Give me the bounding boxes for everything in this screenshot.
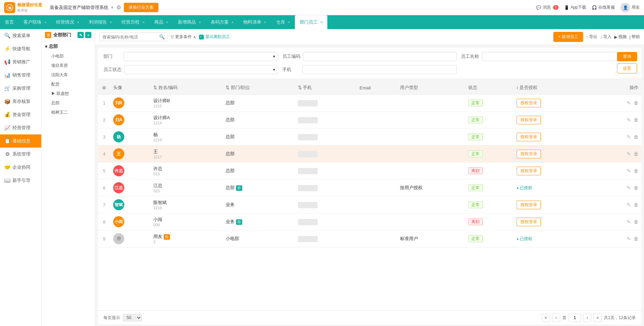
auth-btn[interactable]: 授权登录 bbox=[517, 99, 541, 107]
page-input[interactable] bbox=[569, 314, 581, 322]
dept-edit-btn[interactable]: ✎ bbox=[78, 32, 84, 38]
set-button[interactable]: 设置 bbox=[617, 63, 637, 73]
dept-item-peihuo[interactable]: 配货 bbox=[42, 80, 95, 89]
delete-icon[interactable]: 🗑 bbox=[634, 219, 638, 224]
dept-all-label[interactable]: 全部部门 bbox=[53, 32, 71, 38]
filter-dept-select[interactable]: ▾ bbox=[124, 52, 278, 61]
auth-btn[interactable]: 授权登录 bbox=[517, 116, 541, 124]
sidebar-item-finance[interactable]: 💰 资金管理 bbox=[0, 108, 41, 121]
tab-profit[interactable]: 利润报告 × bbox=[84, 15, 117, 29]
dept-item-xiaodibu[interactable]: 小电部 bbox=[42, 52, 95, 61]
dept-item-shenyang[interactable]: 沈阳大库 bbox=[42, 70, 95, 80]
delete-icon[interactable]: 🗑 bbox=[634, 236, 638, 241]
auth-btn[interactable]: 授权登录 bbox=[517, 218, 541, 226]
delete-icon[interactable]: 🗑 bbox=[634, 134, 638, 140]
dept-item-xiangmu[interactable]: 项目库房 bbox=[42, 61, 95, 70]
close-icon[interactable]: × bbox=[232, 20, 234, 24]
close-icon[interactable]: × bbox=[77, 20, 79, 24]
sidebar-item-sales[interactable]: 📊 销售管理 bbox=[0, 69, 41, 82]
delete-icon[interactable]: 🗑 bbox=[634, 168, 638, 174]
edit-icon[interactable]: ✎ bbox=[627, 100, 631, 106]
tab-goods[interactable]: 商品 × bbox=[149, 15, 173, 29]
sidebar-item-search[interactable]: 🔍 搜索菜单 bbox=[0, 29, 41, 42]
filter-name-input[interactable] bbox=[482, 52, 636, 61]
tab-operation[interactable]: 经营情况 × bbox=[51, 15, 84, 29]
next-page-btn[interactable]: › bbox=[583, 314, 591, 322]
dept-item-zongbu[interactable]: 总部 bbox=[42, 98, 95, 108]
online-service-btn[interactable]: 🎧 在线客服 bbox=[592, 5, 615, 10]
th-phone[interactable]: ⇅ 手机 bbox=[295, 81, 357, 95]
close-icon[interactable]: × bbox=[320, 20, 323, 24]
close-icon[interactable]: × bbox=[44, 20, 46, 24]
sidebar-item-purchase[interactable]: 🛒 采购管理 bbox=[0, 82, 41, 95]
tab-barcode[interactable]: 条码方案 × bbox=[206, 15, 238, 29]
app-download-btn[interactable]: 📱 App下载 bbox=[564, 5, 586, 10]
delete-icon[interactable]: 🗑 bbox=[634, 151, 638, 157]
close-icon[interactable]: × bbox=[264, 20, 266, 24]
per-page-select[interactable]: 50 100 bbox=[123, 314, 142, 321]
first-page-btn[interactable]: « bbox=[542, 314, 550, 322]
edit-icon[interactable]: ✎ bbox=[627, 134, 631, 140]
edit-icon[interactable]: ✎ bbox=[627, 117, 631, 123]
filter-code-input[interactable] bbox=[303, 52, 457, 61]
th-dept[interactable]: ⇅ 部门/职位 bbox=[223, 81, 295, 95]
edit-icon[interactable]: ✎ bbox=[627, 168, 631, 174]
show-leave-checkbox[interactable]: 显示离职员工 bbox=[199, 34, 230, 40]
prev-page-btn[interactable]: ‹ bbox=[552, 314, 560, 322]
trial-button[interactable]: 体验行业方案 bbox=[124, 3, 158, 12]
sidebar-item-collab[interactable]: 🤝 企业协同 bbox=[0, 161, 41, 174]
sidebar-item-basic[interactable]: 📋 基础信息 bbox=[0, 134, 41, 148]
auth-btn[interactable]: 授权登录 bbox=[517, 133, 541, 141]
delete-icon[interactable]: 🗑 bbox=[634, 100, 638, 106]
user-menu[interactable]: 👤 用友 bbox=[620, 3, 640, 12]
th-name[interactable]: ⇅ 姓名/编码 bbox=[151, 81, 223, 95]
th-settings[interactable]: ⚙ bbox=[98, 81, 110, 95]
dept-collapse-btn[interactable]: « bbox=[85, 32, 91, 38]
delete-icon[interactable]: 🗑 bbox=[634, 117, 638, 123]
tab-bom[interactable]: 物料清单 × bbox=[238, 15, 271, 29]
auth-btn[interactable]: 授权登录 bbox=[517, 150, 541, 158]
auth-btn[interactable]: 授权登录 bbox=[517, 201, 541, 209]
close-icon[interactable]: × bbox=[288, 20, 290, 24]
dept-item-shuangxu[interactable]: ▶ 双虚想 bbox=[42, 89, 95, 98]
delete-icon[interactable]: 🗑 bbox=[634, 202, 638, 208]
sidebar-item-marketing[interactable]: 📢 营销推广 bbox=[0, 55, 41, 69]
help-btn[interactable]: | 帮助 bbox=[629, 34, 640, 40]
message-btn[interactable]: 💬 消息 6 bbox=[536, 5, 559, 10]
filter-status-select[interactable]: ▾ bbox=[124, 65, 278, 74]
dept-parent-head[interactable]: ▾ 总部 bbox=[42, 41, 95, 52]
close-icon[interactable]: × bbox=[110, 20, 112, 24]
close-icon[interactable]: × bbox=[199, 20, 201, 24]
edit-icon[interactable]: ✎ bbox=[627, 151, 631, 157]
add-employee-button[interactable]: + 新增员工 bbox=[553, 32, 583, 42]
tab-journey[interactable]: 经营历程 × bbox=[117, 15, 149, 29]
view-btn[interactable]: ▶ 视频 bbox=[614, 34, 627, 40]
sidebar-item-system[interactable]: ⚙ 系统管理 bbox=[0, 148, 41, 161]
tab-department[interactable]: 部门员工 × bbox=[295, 15, 327, 29]
edit-icon[interactable]: ✎ bbox=[627, 202, 631, 208]
last-page-btn[interactable]: » bbox=[593, 314, 602, 322]
search-icon[interactable]: 🔍 bbox=[159, 34, 165, 39]
sidebar-item-mgmt[interactable]: 📈 经营管理 bbox=[0, 121, 41, 134]
tab-add-goods[interactable]: 新增商品 × bbox=[173, 15, 206, 29]
sidebar-item-quicknav[interactable]: ⚡ 快捷导航 bbox=[0, 42, 41, 55]
edit-icon[interactable]: ✎ bbox=[627, 185, 631, 191]
close-icon[interactable]: × bbox=[166, 20, 168, 24]
auth-btn[interactable]: 授权登录 bbox=[517, 167, 541, 175]
sidebar-item-guide[interactable]: 📖 新手引导 bbox=[0, 174, 41, 187]
import-btn[interactable]: ↓ 导入 bbox=[600, 34, 611, 40]
edit-icon[interactable]: ✎ bbox=[627, 236, 631, 241]
tab-customer[interactable]: 客户联络 × bbox=[19, 15, 51, 29]
close-icon[interactable]: × bbox=[142, 20, 144, 24]
filter-phone-input[interactable] bbox=[302, 65, 457, 74]
export-btn[interactable]: ↑ 导出 bbox=[586, 34, 597, 40]
settings-icon[interactable]: ⚙ bbox=[116, 4, 121, 11]
dept-item-zhishu[interactable]: 植树王二 bbox=[42, 108, 95, 117]
sidebar-item-inventory[interactable]: 📦 库存核算 bbox=[0, 95, 41, 108]
query-button[interactable]: 查询 bbox=[617, 52, 637, 61]
tab-home[interactable]: 首页 bbox=[0, 15, 19, 29]
edit-icon[interactable]: ✎ bbox=[627, 219, 631, 224]
more-filters-btn[interactable]: ▽ 更多条件 ∧ bbox=[171, 34, 196, 40]
tab-warehouse[interactable]: 仓库 × bbox=[271, 15, 295, 29]
search-input[interactable] bbox=[102, 35, 158, 39]
